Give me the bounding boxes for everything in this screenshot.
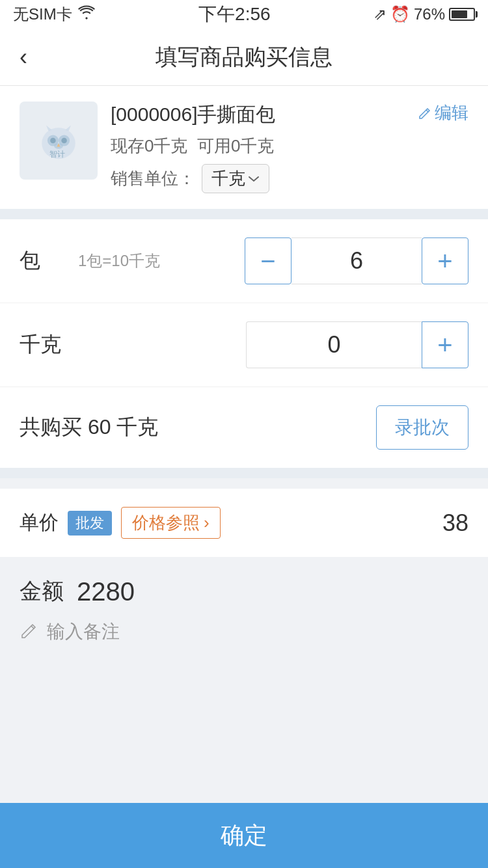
amount-value: 2280 — [77, 577, 135, 606]
alarm-icon: ⏰ — [390, 5, 410, 23]
price-ref-label: 价格参照 — [132, 511, 200, 534]
svg-point-4 — [61, 138, 67, 144]
price-type-tag: 批发 — [68, 511, 112, 536]
pencil-icon — [20, 621, 38, 644]
amount-row: 金额 2280 — [20, 576, 468, 606]
remark-placeholder: 输入备注 — [47, 619, 120, 644]
wifi-icon — [77, 5, 96, 23]
package-qty-input[interactable] — [291, 237, 422, 284]
nav-bar: ‹ 填写商品购买信息 — [0, 29, 488, 86]
product-thumbnail: 智计 — [36, 121, 81, 160]
product-image: 智计 — [20, 102, 98, 180]
product-section: 智计 [0000006]手撕面包 现存0千克 可用0千克 销售单位： 千克 编辑 — [0, 86, 488, 209]
package-increase-button[interactable]: + — [422, 237, 468, 284]
price-section: 单价 批发 价格参照 › 38 — [0, 489, 488, 557]
package-label: 包 — [20, 247, 72, 275]
product-stock: 现存0千克 可用0千克 — [111, 135, 405, 157]
battery-icon — [449, 8, 475, 21]
total-row: 共购买 60 千克 录批次 — [0, 387, 488, 468]
package-row: 包 1包=10千克 − + — [0, 219, 488, 303]
weight-row: 千克 + — [0, 303, 488, 387]
total-summary: 共购买 60 千克 — [20, 413, 158, 442]
package-unit-label: 1包=10千克 — [78, 251, 160, 271]
product-unit: 销售单位： 千克 — [111, 164, 405, 193]
page-title: 填写商品购买信息 — [156, 42, 332, 72]
price-ref-button[interactable]: 价格参照 › — [121, 507, 221, 539]
section-divider-2 — [0, 468, 488, 478]
weight-increase-button[interactable]: + — [422, 321, 468, 368]
remark-row[interactable]: 输入备注 — [20, 619, 468, 644]
amount-section: 金额 2280 输入备注 — [0, 557, 488, 657]
status-left: 无SIM卡 — [13, 4, 96, 25]
weight-label: 千克 — [20, 331, 72, 359]
battery-percent: 76% — [414, 5, 445, 23]
form-section: 包 1包=10千克 − + 千克 + 共购买 60 千克 录批次 — [0, 219, 488, 468]
confirm-button[interactable]: 确定 — [0, 803, 488, 868]
status-bar: 无SIM卡 下午2:56 ⇗ ⏰ 76% — [0, 0, 488, 29]
svg-marker-7 — [46, 126, 52, 131]
amount-label: 金额 — [20, 576, 64, 606]
package-controls: − + — [245, 237, 468, 284]
product-info: [0000006]手撕面包 现存0千克 可用0千克 销售单位： 千克 — [111, 102, 405, 193]
price-label: 单价 — [20, 509, 59, 536]
edit-button[interactable]: 编辑 — [418, 102, 468, 124]
batch-button[interactable]: 录批次 — [376, 405, 468, 450]
product-name: [0000006]手撕面包 — [111, 102, 405, 128]
price-row: 单价 批发 价格参照 › 38 — [0, 489, 488, 557]
svg-point-3 — [50, 138, 56, 144]
weight-qty-input[interactable] — [246, 321, 422, 368]
price-ref-arrow-icon: › — [204, 513, 210, 533]
package-decrease-button[interactable]: − — [245, 237, 291, 284]
price-value: 38 — [442, 509, 468, 537]
carrier-label: 无SIM卡 — [13, 4, 72, 25]
back-button[interactable]: ‹ — [20, 37, 40, 77]
unit-dropdown[interactable]: 千克 — [202, 164, 269, 193]
svg-marker-8 — [65, 126, 71, 131]
location-icon: ⇗ — [373, 5, 386, 23]
status-right: ⇗ ⏰ 76% — [373, 5, 475, 23]
status-time: 下午2:56 — [198, 2, 271, 27]
weight-controls: + — [246, 321, 468, 368]
product-actions: 编辑 — [418, 102, 468, 124]
section-divider-1 — [0, 209, 488, 219]
svg-text:智计: 智计 — [49, 150, 65, 159]
